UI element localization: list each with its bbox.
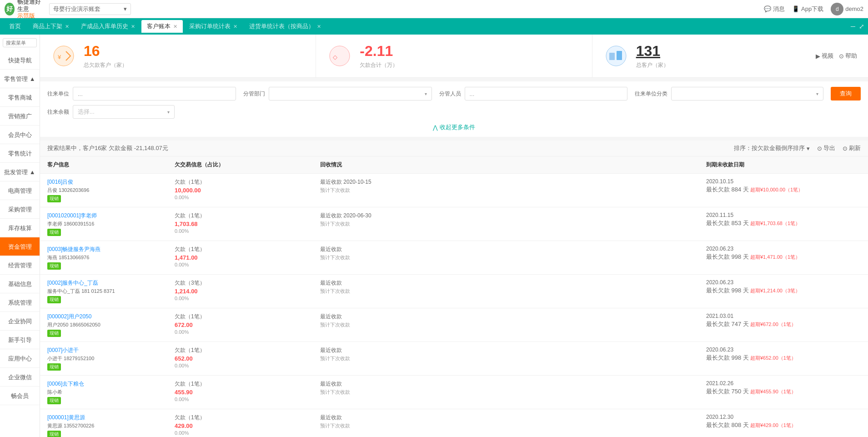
video-button[interactable]: ▶ 视频 (816, 52, 833, 60)
sidebar-item-business-mgmt[interactable]: 经营管理 (0, 256, 40, 275)
app-download-button[interactable]: 📱 App下载 (792, 5, 823, 13)
sidebar-item-quick-nav[interactable]: 快捷导航 (0, 51, 40, 70)
top-bar: 好 畅捷通好生意 示范版 母婴行业演示账套 ▾ 💬 消息 📱 App下载 d d… (0, 0, 868, 18)
table-row: [0006]去下粮仓 陈小希 现销 欠款（1笔） 455.90 0.00% 最近… (40, 376, 868, 409)
customer-info: [000001]黄思源 黄思源 13552700226 现销 (47, 414, 175, 437)
customer-info: [0006]去下粮仓 陈小希 现销 (47, 380, 175, 404)
content-area: ¥ 16 总欠款客户（家） ◇ -2.11 (40, 35, 868, 437)
customer-name[interactable]: [0003]畅捷服务尹海燕 (47, 246, 175, 253)
chevron-down-icon: ▾ (124, 5, 127, 12)
refresh-button[interactable]: ⊙ 刷新 (843, 144, 861, 152)
tab-bar-right: ─ ⤢ (851, 23, 864, 30)
sort-select[interactable]: 排序：按欠款金额倒序排序 ▾ (734, 144, 810, 152)
tab-customer-ledger[interactable]: 客户账本 ✕ (141, 20, 183, 33)
sidebar-item-member-vip[interactable]: 畅会员 (0, 387, 40, 405)
sidebar-item-ecommerce[interactable]: 电商管理 (0, 181, 40, 200)
sidebar-item-retail-mgmt[interactable]: 零售管理 ▲ (0, 70, 40, 88)
export-button[interactable]: ⊙ 导出 (817, 144, 835, 152)
customer-name[interactable]: [000001]黄思源 (47, 414, 175, 422)
tab-close-icon[interactable]: ✕ (65, 24, 69, 30)
logo-area: 好 畅捷通好生意 示范版 (5, 0, 45, 20)
tab-product-history[interactable]: 产成品入库单历史 ✕ (75, 20, 140, 33)
customers-icon: ¥ (51, 43, 76, 69)
stat-card-actions: ▶ 视频 ⊙ 帮助 (816, 52, 857, 60)
person-input[interactable]: ... (465, 87, 628, 100)
due-info: 2020.10.15 最长欠款 884 天 超期¥10,000.00（1笔） (706, 178, 861, 194)
partner-input[interactable]: ... (73, 87, 236, 100)
customer-info: [0001020001]李老师 李老师 18600391516 现销 (47, 212, 175, 236)
sidebar-item-finance-mgmt[interactable]: 资金管理 (0, 237, 40, 256)
company-select[interactable]: 母婴行业演示账套 ▾ (49, 3, 131, 15)
tab-home[interactable]: 首页 (4, 20, 26, 33)
minimize-icon[interactable]: ─ (851, 23, 855, 30)
chevron-down-icon: ▾ (425, 91, 427, 96)
customer-name[interactable]: [0007]小进干 (47, 347, 175, 354)
customer-badge: 现销 (47, 262, 61, 270)
sidebar-item-member-center[interactable]: 会员中心 (0, 126, 40, 144)
recovery-info: 最近收款 2020-10-15 预计下次收款 (320, 178, 706, 194)
sidebar-item-marketing[interactable]: 营销推广 (0, 107, 40, 126)
sidebar-item-retail-stats[interactable]: 零售统计 (0, 144, 40, 163)
balance-select[interactable]: 选择... ▾ (73, 105, 175, 119)
category-select[interactable]: ▾ (671, 87, 823, 100)
debt-info: 欠款（1笔） 672.00 0.00% (175, 313, 320, 335)
table-row: [000002]用户2050 用户2050 18665062050 现销 欠款（… (40, 308, 868, 342)
sidebar-item-inventory[interactable]: 库存核算 (0, 219, 40, 237)
table-row: [0007]小进干 小进干 18279152100 现销 欠款（1笔） 652.… (40, 342, 868, 376)
search-input[interactable] (3, 38, 37, 47)
due-info: 2020.12.30 最长欠款 808 天 超期¥429.00（1笔） (706, 414, 861, 429)
customer-badge: 现销 (47, 229, 61, 236)
maximize-icon[interactable]: ⤢ (859, 23, 864, 30)
sidebar-item-wechat[interactable]: 企业微信 (0, 368, 40, 387)
tab-purchase-stats[interactable]: 进货单统计表（按商品） ✕ (244, 20, 326, 33)
customer-name[interactable]: [0002]服务中心_丁磊 (47, 279, 175, 287)
col-header-debt: 欠交易信息（占比） (175, 161, 320, 169)
customer-info: [000002]用户2050 用户2050 18665062050 现销 (47, 313, 175, 337)
total-icon (603, 43, 629, 69)
tab-close-icon[interactable]: ✕ (131, 24, 135, 30)
debt-info: 欠款（1笔） 429.00 0.00% (175, 414, 320, 436)
customer-name[interactable]: [0016]吕俊 (47, 178, 175, 186)
sidebar-search-area (0, 35, 40, 51)
customer-badge: 现销 (47, 330, 61, 337)
col-header-customer: 客户信息 (47, 161, 175, 169)
tab-purchase-order[interactable]: 采购订单统计表 ✕ (184, 20, 243, 33)
filter-area: 往来单位 ... 分管部门 ▾ 分管人员 ... (40, 81, 868, 137)
tab-close-icon[interactable]: ✕ (233, 24, 237, 30)
customer-name[interactable]: [000002]用户2050 (47, 313, 175, 321)
sidebar-item-wholesale-mgmt[interactable]: 批发管理 ▲ (0, 163, 40, 181)
filter-partner: 往来单位 ... (47, 87, 236, 100)
user-avatar-button[interactable]: d demo2 (831, 3, 863, 15)
customer-name[interactable]: [0006]去下粮仓 (47, 380, 175, 388)
customer-phone: 吕俊 13026203696 (47, 187, 175, 194)
customer-name[interactable]: [0001020001]李老师 (47, 212, 175, 220)
results-summary: 搜索结果中，客户16家 欠款金额 -21,148.07元 (47, 144, 168, 152)
message-button[interactable]: 💬 消息 (764, 5, 785, 13)
collapse-row[interactable]: ⋀ 收起更多条件 (47, 123, 861, 131)
filter-row-1: 往来单位 ... 分管部门 ▾ 分管人员 ... (47, 87, 861, 100)
customer-info: [0003]畅捷服务尹海燕 海燕 18513066976 现销 (47, 246, 175, 270)
sidebar-item-enterprise-collab[interactable]: 企业协同 (0, 312, 40, 331)
search-button[interactable]: 查询 (831, 87, 861, 100)
tab-close-icon[interactable]: ✕ (317, 24, 321, 30)
sidebar-item-new-guide[interactable]: 新手引导 (0, 331, 40, 349)
stat-card-overdue-amount: ◇ -2.11 欠款合计（万） (316, 35, 592, 77)
sidebar-item-app-center[interactable]: 应用中心 (0, 349, 40, 368)
sidebar-item-retail-mall[interactable]: 零售商城 (0, 88, 40, 107)
help-button[interactable]: ⊙ 帮助 (839, 52, 857, 60)
stat-card-overdue-customers: ¥ 16 总欠款客户（家） (40, 35, 316, 77)
dept-select[interactable]: ▾ (269, 87, 432, 100)
table-row: [0002]服务中心_丁磊 服务中心_丁磊 181 0125 8371 现销 欠… (40, 275, 868, 308)
table-row: [0003]畅捷服务尹海燕 海燕 18513066976 现销 欠款（1笔） 1… (40, 241, 868, 275)
due-info: 2020.06.23 最长欠款 998 天 超期¥1,214.00（3笔） (706, 279, 861, 295)
tab-product-listing[interactable]: 商品上下架 ✕ (27, 20, 75, 33)
tab-close-icon[interactable]: ✕ (173, 24, 177, 30)
sidebar-item-basic-info[interactable]: 基础信息 (0, 275, 40, 293)
recovery-info: 最近收款 预计下次收款 (320, 313, 706, 328)
filter-person: 分管人员 ... (439, 87, 628, 100)
sidebar-item-purchase-mgmt[interactable]: 采购管理 (0, 200, 40, 219)
message-icon: 💬 (764, 5, 771, 12)
overdue-customers-value: 16 (84, 43, 127, 60)
debt-info: 欠款（1笔） 652.00 0.00% (175, 347, 320, 368)
sidebar-item-system-mgmt[interactable]: 系统管理 (0, 293, 40, 312)
